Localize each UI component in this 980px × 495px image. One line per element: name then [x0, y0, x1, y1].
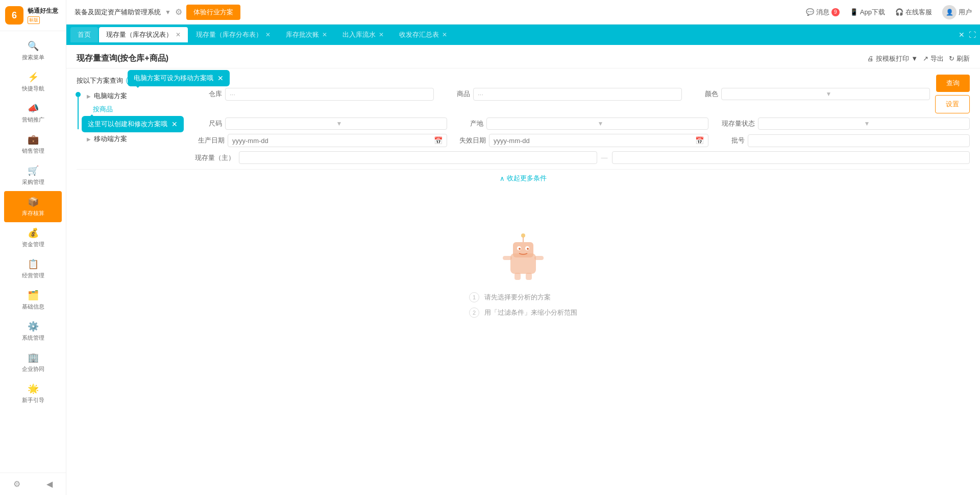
sidebar-item-system[interactable]: ⚙️ 系统管理 — [0, 316, 66, 347]
scheme-pc-group[interactable]: ▶ 电脑端方案 — [81, 89, 189, 103]
svg-point-7 — [521, 233, 525, 238]
folder-icon: 🗂️ — [28, 290, 39, 301]
sidebar-item-search[interactable]: 🔍 搜索菜单 — [0, 35, 66, 66]
tab-collect-summary-close[interactable]: ✕ — [442, 31, 447, 38]
sidebar-item-enterprise[interactable]: 🏢 企业协同 — [0, 347, 66, 378]
filter-right: 仓库 ··· 商品 ··· — [194, 75, 970, 164]
warehouse-placeholder: ··· — [230, 90, 429, 98]
step-num-1: 1 — [469, 292, 479, 302]
tab-bar: 首页 现存量（库存状况表） ✕ 现存量（库存分布表） ✕ 库存批次账 ✕ 出入库… — [66, 25, 980, 45]
sidebar-item-basic[interactable]: 🗂️ 基础信息 — [0, 285, 66, 316]
produce-date-input[interactable] — [232, 137, 434, 145]
refresh-btn[interactable]: ↻ 刷新 — [949, 54, 970, 63]
sidebar-item-finance[interactable]: 💰 资金管理 — [0, 222, 66, 253]
tab-batch-account-close[interactable]: ✕ — [322, 31, 327, 38]
tab-expand-icon[interactable]: ⛶ — [969, 31, 976, 39]
sidebar: 6 畅通好生意 标版 🔍 搜索菜单 ⚡ 快捷导航 📣 营销推广 💼 销售管理 🛒… — [0, 0, 66, 495]
color-select[interactable]: ▼ — [721, 88, 930, 100]
sidebar-item-inventory[interactable]: 📦 库存核算 — [4, 191, 62, 222]
message-icon: 💬 — [806, 8, 814, 16]
stock-qty-to-wrap[interactable] — [612, 151, 970, 164]
avatar: 👤 — [942, 5, 957, 19]
online-service-action[interactable]: 🎧 在线客服 — [895, 8, 932, 17]
header-right: 💬 消息 9 📱 App下载 🎧 在线客服 👤 用户 — [806, 5, 972, 19]
scheme-pc-arrow: ▶ — [87, 93, 91, 99]
tab-inventory-dist-close[interactable]: ✕ — [265, 31, 271, 38]
filter-area: 按以下方案查询 + ↻ ← 电脑方案可设为移动方案哦 — [66, 68, 980, 187]
tab-inventory-status[interactable]: 现存量（库存状况表） ✕ — [99, 27, 188, 42]
stock-qty-to-input[interactable] — [617, 154, 966, 161]
sidebar-item-guide[interactable]: 🌟 新手引导 — [0, 378, 66, 409]
scheme-list: 电脑方案可设为移动方案哦 ✕ ▶ 电脑端方案 按商品 — [77, 89, 189, 146]
tab-inventory-dist[interactable]: 现存量（库存分布表） ✕ — [189, 27, 278, 42]
tooltip-create-scheme-text: 这里可以创建和修改方案哦 — [88, 120, 167, 129]
sidebar-item-sales[interactable]: 💼 销售管理 — [0, 129, 66, 160]
empty-steps: 1 请先选择要分析的方案 2 用「过滤条件」来缩小分析范围 — [469, 292, 577, 318]
expire-date-input[interactable] — [494, 137, 695, 145]
warehouse-input-wrap[interactable]: ··· — [225, 88, 434, 101]
sidebar-nav: 🔍 搜索菜单 ⚡ 快捷导航 📣 营销推广 💼 销售管理 🛒 采购管理 📦 库存核… — [0, 31, 66, 473]
gear-icon: ⚙️ — [28, 321, 39, 332]
tab-inventory-status-close[interactable]: ✕ — [176, 31, 181, 38]
sidebar-item-purchase[interactable]: 🛒 采购管理 — [0, 160, 66, 191]
warehouse-label: 仓库 — [194, 89, 222, 99]
user-action[interactable]: 👤 用户 — [942, 5, 972, 19]
expire-date-input-wrap[interactable]: 📅 — [489, 134, 708, 147]
sidebar-item-operation[interactable]: 📋 经营管理 — [0, 253, 66, 285]
stock-status-field: 现存量状态 ▼ — [717, 117, 970, 130]
expire-date-label: 失效日期 — [455, 136, 486, 145]
tab-in-out-flow-close[interactable]: ✕ — [379, 31, 384, 38]
tab-close-all-icon[interactable]: ✕ — [959, 31, 965, 39]
tab-in-out-flow-label: 出入库流水 — [342, 30, 376, 39]
print-template-btn[interactable]: 🖨 按模板打印 ▼ — [867, 54, 918, 63]
goods-placeholder: ··· — [478, 90, 677, 98]
industry-plan-button[interactable]: 体验行业方案 — [186, 5, 240, 20]
collapse-sidebar-icon[interactable]: ◀ — [46, 479, 53, 489]
app-logo-text: 畅通好生意 标版 — [28, 7, 58, 24]
stock-status-select[interactable]: ▼ — [758, 117, 970, 130]
app-download-label: App下载 — [860, 8, 885, 17]
produce-date-calendar-icon[interactable]: 📅 — [434, 136, 443, 145]
step-2-text: 用「过滤条件」来缩小分析范围 — [484, 308, 577, 317]
svg-rect-1 — [513, 242, 533, 257]
tooltip-scheme-pc-close[interactable]: ✕ — [217, 74, 224, 82]
tab-home[interactable]: 首页 — [70, 27, 98, 42]
message-badge: 9 — [831, 8, 840, 16]
tab-in-out-flow[interactable]: 出入库流水 ✕ — [335, 27, 391, 42]
query-button[interactable]: 查询 — [936, 75, 970, 92]
header-settings-icon[interactable]: ⚙ — [175, 7, 182, 17]
main-area: 装备及固定资产辅助管理系统 ▼ ⚙ 体验行业方案 💬 消息 9 📱 App下载 … — [66, 0, 980, 495]
sidebar-item-quicknav[interactable]: ⚡ 快捷导航 — [0, 66, 66, 98]
goods-field: 商品 ··· — [442, 88, 682, 101]
system-select-chevron[interactable]: ▼ — [165, 9, 171, 16]
app-download-action[interactable]: 📱 App下载 — [850, 8, 885, 17]
step-1-text: 请先选择要分析的方案 — [484, 293, 551, 302]
scheme-item-goods-label: 按商品 — [93, 105, 113, 114]
size-select[interactable]: ▼ — [225, 117, 447, 130]
stock-qty-from-input[interactable] — [243, 154, 593, 161]
filter-row1: 仓库 ··· 商品 ··· — [194, 75, 970, 113]
reset-button[interactable]: 设置 — [935, 95, 970, 113]
tooltip1-arrow — [136, 86, 140, 90]
collapse-filter-button[interactable]: ∧ 收起更多条件 — [77, 169, 970, 187]
tab-collect-summary[interactable]: 收发存汇总表 ✕ — [392, 27, 454, 42]
export-btn[interactable]: ↗ 导出 — [923, 54, 944, 63]
filter-row3: 生产日期 📅 失效日期 📅 — [194, 134, 970, 147]
scheme-pc-label: 电脑端方案 — [94, 91, 127, 101]
batch-no-input[interactable] — [752, 137, 965, 145]
origin-select[interactable]: ▼ — [486, 117, 708, 130]
expire-date-calendar-icon[interactable]: 📅 — [695, 136, 704, 145]
stock-qty-from-wrap[interactable] — [239, 151, 597, 164]
settings-bottom-icon[interactable]: ⚙ — [13, 479, 20, 489]
page-content: 现存量查询(按仓库+商品) 🖨 按模板打印 ▼ ↗ 导出 ↻ 刷新 — [66, 45, 980, 495]
tooltip-create-scheme-close[interactable]: ✕ — [172, 120, 178, 128]
goods-input-wrap[interactable]: ··· — [473, 88, 682, 101]
svg-rect-8 — [503, 256, 512, 260]
messages-label: 消息 — [816, 8, 829, 17]
sidebar-item-marketing[interactable]: 📣 营销推广 — [0, 98, 66, 129]
batch-no-input-wrap[interactable] — [748, 134, 970, 147]
tab-batch-account[interactable]: 库存批次账 ✕ — [279, 27, 334, 42]
produce-date-input-wrap[interactable]: 📅 — [228, 134, 447, 147]
messages-action[interactable]: 💬 消息 9 — [806, 8, 840, 17]
scheme-pc-item-goods[interactable]: 按商品 — [81, 103, 189, 116]
